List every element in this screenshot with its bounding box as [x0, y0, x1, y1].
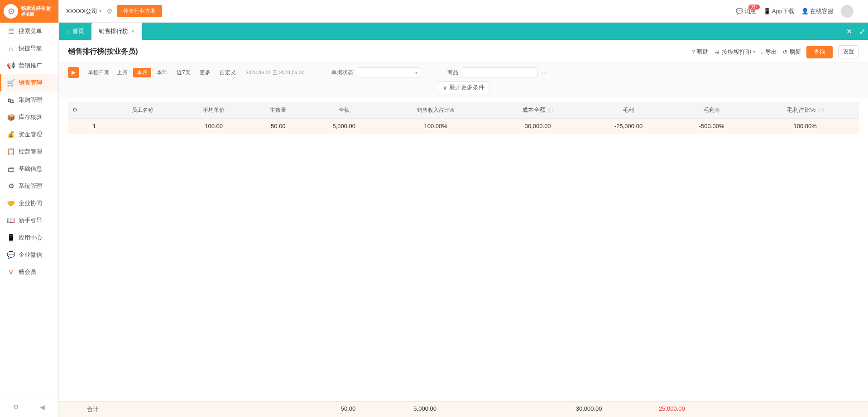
home-icon: ⌂	[66, 28, 70, 35]
page-title: 销售排行榜(按业务员)	[68, 47, 138, 57]
message-icon: 💬	[736, 8, 743, 14]
tab-close-btn[interactable]: ✕	[131, 29, 135, 34]
table-body: 1 100.00 50.00 5,000.00 100.00% 30,000.0…	[68, 119, 859, 134]
template-print-btn[interactable]: 🖨 按模板打印 ▾	[714, 48, 755, 56]
settings-btn[interactable]: 设置	[838, 45, 859, 58]
app-download-btn[interactable]: 📱 App下载	[763, 7, 794, 15]
sidebar-item-search-order[interactable]: ☰ 搜索菜单	[0, 23, 58, 40]
operation-icon: 📋	[7, 148, 15, 156]
app-icon: 📱	[763, 8, 771, 14]
date-tab-custom[interactable]: 自定义	[216, 68, 240, 77]
col-settings[interactable]: ⚙	[68, 102, 82, 119]
purchase-icon: 🛍	[7, 96, 15, 104]
sidebar-item-basic-info[interactable]: 🗃 基础信息	[0, 160, 58, 177]
sidebar-item-quick-nav[interactable]: ⌂ 快捷导航	[0, 40, 58, 57]
col-gross-rate: 毛利率	[672, 102, 752, 119]
topbar-right: 💬 消息 99+ 📱 App下载 👤 在线客服	[736, 5, 861, 18]
expand-conditions-btn[interactable]: ∨ 展开更多条件	[438, 81, 489, 93]
col-qty: 主数量	[249, 102, 307, 119]
date-tab-more[interactable]: 更多	[196, 68, 214, 77]
sidebar-bottom: ⚙ ◀	[0, 397, 58, 417]
query-btn[interactable]: 查询	[806, 46, 833, 58]
tab-sales-rank[interactable]: 销售排行榜 ✕	[91, 23, 142, 40]
page: 销售排行榜(按业务员) ? 帮助 🖨 按模板打印 ▾ ↓ 导出 ↺ 刷新	[59, 40, 868, 417]
avatar[interactable]	[841, 5, 854, 18]
status-select-wrap	[357, 67, 420, 77]
sidebar-item-system[interactable]: ⚙ 系统管理	[0, 177, 58, 195]
filter-bar: ▶ 单据日期 上月 本月 本年 近7天 更多 自定义 2023-06-01 至 …	[59, 62, 868, 98]
sidebar-item-app-center[interactable]: 📱 应用中心	[0, 229, 58, 246]
quick-nav-icon: ⌂	[7, 45, 15, 53]
finance-icon: 💰	[7, 130, 15, 139]
status-select[interactable]	[357, 67, 420, 77]
enterprise-collab-icon: 🤝	[7, 199, 15, 207]
print-chevron-icon: ▾	[753, 49, 755, 54]
footer-amount: 5,000.00	[384, 405, 466, 413]
app-center-icon: 📱	[7, 234, 15, 242]
col-avg-price: 平均单价	[178, 102, 249, 119]
table-row: 1 100.00 50.00 5,000.00 100.00% 30,000.0…	[68, 119, 859, 134]
footer-cost: 30,000.00	[548, 405, 630, 413]
search-order-icon: ☰	[7, 27, 15, 35]
online-service-btn[interactable]: 👤 在线客服	[801, 7, 834, 15]
date-tab-current-year[interactable]: 本年	[153, 68, 171, 77]
filter-toggle-btn[interactable]: ▶	[68, 67, 79, 78]
sidebar-item-purchase[interactable]: 🛍 采购管理	[0, 91, 58, 109]
sidebar-item-enterprise-collab[interactable]: 🤝 企业协同	[0, 195, 58, 212]
goods-input[interactable]	[462, 67, 538, 77]
expand-icon: ∨	[443, 84, 447, 91]
tabbar-expand-btn[interactable]: ⤢	[857, 27, 868, 36]
refresh-btn[interactable]: ↺ 刷新	[782, 48, 801, 56]
cell-name	[107, 119, 178, 134]
trial-btn[interactable]: 体验行业方案	[117, 5, 162, 17]
company-selector[interactable]: XXXXX公司 ▾	[66, 7, 102, 15]
cell-sales-pct: 100.00%	[381, 119, 490, 134]
table-wrap: ⚙ 员工名称 平均单价 主数量 全额 销售收入占比% 成本全额 ⓘ 毛利 毛利率	[59, 98, 868, 401]
filter-toggle-icon: ▶	[72, 69, 76, 76]
sidebar-settings-btn[interactable]: ⚙	[4, 401, 29, 413]
date-range-text: 2023-06-01 至 2023-06-30	[246, 69, 305, 76]
cell-avg-price: 100.00	[178, 119, 249, 134]
sidebar-item-inventory[interactable]: 📦 库存核算	[0, 109, 58, 126]
date-tabs: 上月 本月 本年 近7天 更多 自定义	[113, 68, 240, 77]
basic-info-icon: 🗃	[7, 165, 15, 173]
footer-gross: -25,000.00	[630, 405, 712, 413]
sidebar-item-enterprise-wechat[interactable]: 💬 企业微信	[0, 246, 58, 264]
tabbar-close-btn[interactable]: ✕	[842, 27, 857, 36]
col-cost: 成本全额 ⓘ	[490, 102, 585, 119]
table-header-row: ⚙ 员工名称 平均单价 主数量 全额 销售收入占比% 成本全额 ⓘ 毛利 毛利率	[68, 102, 859, 119]
export-btn[interactable]: ↓ 导出	[761, 48, 777, 56]
help-icon: ?	[691, 48, 695, 55]
cell-rank: 1	[82, 119, 107, 134]
date-tab-current-month[interactable]: 本月	[133, 68, 151, 77]
goods-label: 商品	[447, 69, 458, 77]
status-label: 单据状态	[331, 69, 353, 77]
sidebar-item-marketing[interactable]: 📢 营销推广	[0, 57, 58, 74]
gross-pct-help-icon[interactable]: ⓘ	[819, 107, 824, 113]
date-tab-last-month[interactable]: 上月	[113, 68, 131, 77]
cell-cost: 30,000.00	[490, 119, 585, 134]
member-icon: V	[7, 269, 15, 276]
sidebar-item-member[interactable]: V 畅会员	[0, 264, 58, 281]
sidebar-item-guide[interactable]: 📖 新手引导	[0, 212, 58, 229]
message-btn[interactable]: 💬 消息 99+	[736, 7, 756, 15]
footer-gross-rate	[712, 405, 783, 413]
cost-help-icon[interactable]: ⓘ	[548, 107, 553, 113]
tab-home[interactable]: ⌂ 首页	[59, 23, 91, 40]
sidebar-item-operation[interactable]: 📋 经营管理	[0, 143, 58, 160]
enterprise-wechat-icon: 💬	[7, 251, 15, 259]
footer-gross-pct	[784, 405, 855, 413]
sidebar-collapse-btn[interactable]: ◀	[30, 401, 55, 413]
footer-label: 合计	[87, 405, 138, 413]
cell-gross: -25,000.00	[585, 119, 672, 134]
sidebar-item-finance[interactable]: 💰 资金管理	[0, 126, 58, 143]
expand-row: ∨ 展开更多条件	[68, 81, 859, 93]
date-tab-last-7-days[interactable]: 近7天	[173, 68, 194, 77]
company-chevron-icon: ▾	[99, 8, 102, 14]
refresh-icon: ↺	[782, 48, 787, 55]
logo-text: 畅康通好生意 标准版	[21, 5, 51, 18]
goods-more-btn[interactable]: ···	[542, 69, 547, 76]
help-btn[interactable]: ? 帮助	[691, 48, 708, 56]
sidebar-item-sales[interactable]: 🛒 销售管理	[0, 74, 58, 91]
topbar-settings-btn[interactable]: ⚙	[106, 7, 112, 15]
